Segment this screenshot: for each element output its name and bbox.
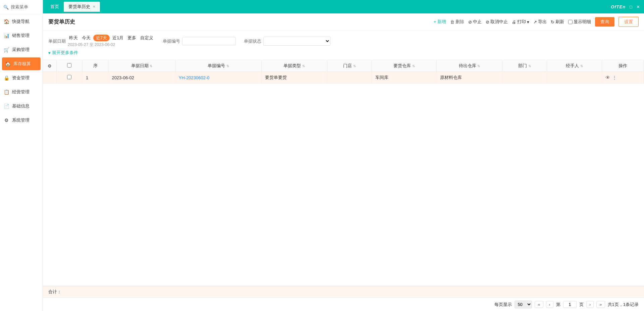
sidebar-item-inventory[interactable]: 🏠 库存核算 <box>2 57 41 70</box>
handler-column-header[interactable]: 经手人 ⇅ <box>547 60 602 72</box>
total-info: 共1页，1条记录 <box>608 302 639 308</box>
sidebar-item-quick-nav[interactable]: 🏠 快捷导航 <box>0 14 43 29</box>
print-icon: 🖨 <box>512 19 516 25</box>
table-settings-icon[interactable]: ⚙ <box>48 63 52 69</box>
sidebar-item-sales-mgmt[interactable]: 📊 销售管理 <box>0 29 43 43</box>
doc-status-select[interactable] <box>263 37 330 46</box>
filter-row: 单据日期 昨天 今天 近7天 近1月 更多 自定义 2023-05-27 至 2… <box>48 35 639 48</box>
sidebar-search-label: 搜索菜单 <box>11 4 28 10</box>
date-options: 昨天 今天 近7天 近1月 更多 自定义 2023-05-27 至 2023-0… <box>68 35 155 48</box>
row-doc-number: YH-20230602-0 <box>175 72 261 84</box>
page-suffix: 页 <box>579 302 584 308</box>
home-icon: 🏠 <box>3 18 9 25</box>
last-page-button[interactable]: » <box>596 301 605 308</box>
sidebar-search[interactable]: 🔍 搜索菜单 <box>0 0 43 14</box>
display-detail-input[interactable] <box>568 20 573 24</box>
display-detail-checkbox[interactable]: 显示明细 <box>568 19 591 25</box>
date-option-1month[interactable]: 近1月 <box>111 35 125 41</box>
chevron-down-icon: ▾ <box>48 50 51 55</box>
doc-number-link[interactable]: YH-20230602-0 <box>179 75 210 80</box>
query-button[interactable]: 查询 <box>595 17 614 27</box>
date-range-display: 2023-05-27 至 2023-06-02 <box>68 42 155 48</box>
page-number-input[interactable] <box>563 301 577 308</box>
toolbar: + 新增 🗑 删除 ⊘ 中止 ⊘ 取消中止 🖨 打印 ▾ <box>434 17 639 27</box>
req-warehouse-col-label: 要货仓库 <box>393 63 411 68</box>
more-action-icon[interactable]: ⋮ <box>612 75 617 80</box>
row-department <box>502 72 547 84</box>
prev-page-button[interactable]: ‹ <box>546 301 553 308</box>
expand-more-button[interactable]: ▾ 展开更多条件 <box>48 50 639 56</box>
row-actions: 👁 ⋮ <box>602 72 644 84</box>
date-option-more[interactable]: 更多 <box>126 35 138 41</box>
print-button[interactable]: 🖨 打印 ▾ <box>512 19 529 25</box>
sidebar-item-label: 经营管理 <box>12 89 30 95</box>
sidebar-item-sys-mgmt[interactable]: ⚙ 系统管理 <box>0 113 43 127</box>
close-window-icon[interactable]: ✕ <box>636 4 640 9</box>
row-seq: 1 <box>82 72 108 84</box>
table-row: 1 2023-06-02 YH-20230602-0 要货单要货 车间库 原材料… <box>43 72 644 84</box>
table-header-row: ⚙ 序 单据日期 ⇅ 单据编号 ⇅ <box>43 60 644 72</box>
filter-doc-number: 单据编号 <box>163 37 236 45</box>
brand-label: OfTEn <box>611 4 626 9</box>
refresh-icon: ↻ <box>551 19 554 25</box>
cancel-stop-button[interactable]: ⊘ 取消中止 <box>486 19 508 25</box>
sidebar-item-finance[interactable]: 🔒 资金管理 <box>0 71 43 85</box>
req-warehouse-column-header[interactable]: 要货仓库 ⇅ <box>372 60 437 72</box>
sidebar: 🔍 搜索菜单 🏠 快捷导航 📊 销售管理 🛒 采购管理 🏠 库存核算 🔒 资金管… <box>0 0 43 311</box>
export-button[interactable]: ↗ 导出 <box>533 19 547 25</box>
date-option-7days[interactable]: 近7天 <box>93 35 110 41</box>
doc-number-input[interactable] <box>182 37 236 45</box>
select-all-checkbox[interactable] <box>67 63 71 68</box>
settings-column-header[interactable]: ⚙ <box>43 60 56 72</box>
table-wrapper: ⚙ 序 单据日期 ⇅ 单据编号 ⇅ <box>43 60 644 286</box>
row-pending-warehouse: 原材料仓库 <box>436 72 502 84</box>
date-option-custom[interactable]: 自定义 <box>139 35 155 41</box>
store-column-header[interactable]: 门店 ⇅ <box>327 60 372 72</box>
delete-button[interactable]: 🗑 删除 <box>450 19 464 25</box>
next-page-button[interactable]: › <box>586 301 594 308</box>
sidebar-item-ops-mgmt[interactable]: 📋 经营管理 <box>0 85 43 99</box>
view-action-icon[interactable]: 👁 <box>605 75 610 80</box>
row-checkbox[interactable] <box>67 75 71 79</box>
doc-status-label: 单据状态 <box>244 38 261 44</box>
sidebar-item-purchase-mgmt[interactable]: 🛒 采购管理 <box>0 43 43 57</box>
handler-col-label: 经手人 <box>566 63 579 68</box>
settings-button[interactable]: 设置 <box>619 17 639 27</box>
tab-label: 要货单历史 <box>68 4 90 9</box>
restore-icon[interactable]: □ <box>630 4 632 9</box>
delete-icon: 🗑 <box>450 19 454 25</box>
department-col-label: 部门 <box>518 63 527 68</box>
date-option-today[interactable]: 今天 <box>80 35 92 41</box>
doc-icon: 📄 <box>3 103 9 109</box>
first-page-button[interactable]: « <box>535 301 543 308</box>
pending-warehouse-column-header[interactable]: 待出仓库 ⇅ <box>436 60 502 72</box>
sort-icon-store: ⇅ <box>353 64 356 68</box>
stop-button[interactable]: ⊘ 中止 <box>468 19 482 25</box>
sort-icon-doc-type: ⇅ <box>302 64 305 68</box>
tab-close-icon[interactable]: × <box>93 4 96 9</box>
filter-area: 单据日期 昨天 今天 近7天 近1月 更多 自定义 2023-05-27 至 2… <box>43 31 644 60</box>
sidebar-item-label: 系统管理 <box>12 117 30 123</box>
date-option-yesterday[interactable]: 昨天 <box>68 35 79 41</box>
search-icon: 🔍 <box>3 5 9 10</box>
date-option-row: 昨天 今天 近7天 近1月 更多 自定义 <box>68 35 155 41</box>
cart-icon: 🛒 <box>3 47 9 53</box>
main-content: 首页 要货单历史 × OfTEn □ ✕ 要货单历史 + 新增 🗑 删除 ⊘ 中… <box>43 0 644 311</box>
department-column-header[interactable]: 部门 ⇅ <box>502 60 547 72</box>
sidebar-item-label: 快捷导航 <box>12 18 30 25</box>
refresh-button[interactable]: ↻ 刷新 <box>551 19 564 25</box>
page-size-select[interactable]: 20 50 100 <box>515 301 532 308</box>
topbar-tab-requisition-history[interactable]: 要货单历史 × <box>64 2 100 12</box>
sort-icon-handler: ⇅ <box>580 64 583 68</box>
row-req-warehouse: 车间库 <box>372 72 437 84</box>
topbar-home[interactable]: 首页 <box>47 2 62 12</box>
sidebar-item-label: 基础信息 <box>12 103 30 109</box>
doc-date-column-header[interactable]: 单据日期 ⇅ <box>108 60 175 72</box>
store-col-label: 门店 <box>343 63 352 68</box>
doc-type-column-header[interactable]: 单据类型 ⇅ <box>261 60 327 72</box>
data-table: ⚙ 序 单据日期 ⇅ 单据编号 ⇅ <box>43 60 644 84</box>
gear-icon: ⚙ <box>3 117 9 123</box>
doc-number-column-header[interactable]: 单据编号 ⇅ <box>175 60 261 72</box>
new-button[interactable]: + 新增 <box>434 19 446 25</box>
sidebar-item-base-info[interactable]: 📄 基础信息 <box>0 99 43 113</box>
